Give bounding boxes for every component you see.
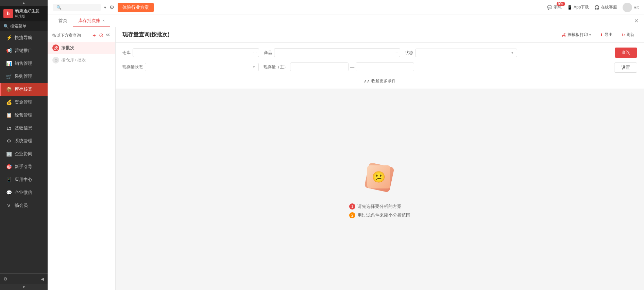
scroll-down-btn[interactable]: ▼ bbox=[0, 284, 48, 290]
topbar-search-box[interactable]: 🔍 bbox=[53, 4, 101, 11]
plan-item-1[interactable]: 按按批次 bbox=[48, 42, 115, 54]
sidebar-item-operation[interactable]: 📋经营管理 bbox=[0, 109, 48, 122]
settings-icon[interactable]: ⚙ bbox=[3, 276, 7, 282]
nav-icon-sales: 📊 bbox=[6, 60, 12, 67]
topbar-dropdown-icon[interactable]: ▾ bbox=[104, 5, 106, 10]
export-btn[interactable]: ⬆ 导出 bbox=[597, 31, 615, 39]
product-dots-btn[interactable]: ··· bbox=[394, 50, 399, 55]
page-header: 现存量查询(按批次) 🖨 按模板打印 ▾ ⬆ 导出 ↻ 刷新 bbox=[116, 27, 644, 43]
tab-close-icon[interactable]: × bbox=[102, 18, 105, 23]
topbar-gear-icon[interactable]: ⚙ bbox=[109, 4, 114, 11]
user-avatar bbox=[623, 3, 632, 12]
sidebar-item-shortcut[interactable]: ⚡快捷导航 bbox=[0, 31, 48, 44]
inventory-status-dropdown[interactable]: ▾ bbox=[145, 63, 259, 71]
query-btn[interactable]: 查询 bbox=[615, 48, 637, 58]
product-label: 商品 bbox=[264, 50, 272, 56]
sidebar-item-finance[interactable]: 💰资金管理 bbox=[0, 96, 48, 109]
sidebar-item-purchase[interactable]: 🛒采购管理 bbox=[0, 70, 48, 83]
nav-icon-newuser: 🎯 bbox=[6, 164, 12, 170]
nav-label-shortcut: 快捷导航 bbox=[15, 35, 32, 41]
topbar-search-input[interactable] bbox=[64, 5, 115, 10]
app-logo: b bbox=[3, 9, 13, 18]
online-service-action[interactable]: 🎧 在线客服 bbox=[594, 4, 617, 10]
tab-inventory-batch[interactable]: 库存批次账 × bbox=[73, 15, 110, 27]
panel-add-icon[interactable]: ＋ bbox=[91, 32, 97, 39]
tab-home[interactable]: 首页 bbox=[53, 15, 73, 27]
nav-label-wechat: 企业微信 bbox=[15, 189, 32, 196]
status-label: 状态 bbox=[405, 50, 413, 56]
panel-collapse-icon[interactable]: ≪ bbox=[105, 32, 111, 39]
nav-label-finance: 资金管理 bbox=[15, 99, 32, 105]
sidebar-nav: ⚡快捷导航📢营销推广📊销售管理🛒采购管理📦库存核算💰资金管理📋经营管理🗂基础信息… bbox=[0, 31, 48, 273]
topbar-actions: 💬 消息 99+ 📱 App下载 🎧 在线客服 Rit bbox=[547, 3, 639, 12]
inventory-qty-label: 现存量（主） bbox=[264, 64, 288, 70]
nav-icon-appcenter: 📱 bbox=[6, 177, 12, 183]
print-dropdown-icon[interactable]: ▾ bbox=[589, 33, 591, 37]
inventory-status-arrow: ▾ bbox=[253, 65, 255, 69]
sidebar-item-system[interactable]: ⚙系统管理 bbox=[0, 134, 48, 147]
sidebar-item-appcenter[interactable]: 📱应用中心 bbox=[0, 173, 48, 186]
sidebar-search[interactable]: 🔍 搜索菜单 bbox=[0, 21, 48, 31]
warehouse-dots-btn[interactable]: ··· bbox=[253, 50, 257, 55]
empty-text-block: 1 请先选择要分析的方案 2 用过滤条件来缩小分析范围 bbox=[349, 202, 410, 220]
collapse-btn[interactable]: ∧∧ 收起更多条件 bbox=[122, 76, 637, 84]
sidebar-item-inventory[interactable]: 📦库存核算 bbox=[0, 83, 48, 96]
plan-item-2[interactable]: ⊙按仓库+批次 bbox=[48, 54, 115, 66]
sidebar-item-vip[interactable]: V畅会员 bbox=[0, 199, 48, 212]
export-label: 导出 bbox=[605, 32, 613, 38]
panel-settings-icon[interactable]: ⊙ bbox=[99, 32, 103, 39]
nav-label-newuser: 新手引导 bbox=[15, 164, 32, 170]
sidebar-item-basic[interactable]: 🗂基础信息 bbox=[0, 122, 48, 134]
phone-icon: 📱 bbox=[567, 5, 572, 10]
inventory-status-label: 现存量状态 bbox=[122, 64, 143, 70]
trial-btn[interactable]: 体验行业方案 bbox=[118, 3, 154, 12]
nav-icon-system: ⚙ bbox=[6, 138, 12, 144]
product-input[interactable] bbox=[274, 48, 401, 57]
empty-box-face: 😕 bbox=[367, 165, 390, 188]
message-icon: 💬 bbox=[547, 5, 552, 10]
app-download-action[interactable]: 📱 App下载 bbox=[567, 4, 589, 10]
refresh-btn[interactable]: ↻ 刷新 bbox=[619, 31, 637, 39]
nav-label-basic: 基础信息 bbox=[15, 125, 32, 131]
nav-icon-vip: V bbox=[6, 202, 12, 209]
print-label: 按模板打印 bbox=[567, 32, 588, 38]
plan-icon-1: 按 bbox=[52, 44, 59, 51]
nav-label-appcenter: 应用中心 bbox=[15, 177, 32, 183]
sidebar-item-newuser[interactable]: 🎯新手引导 bbox=[0, 160, 48, 173]
search-icon: 🔍 bbox=[3, 24, 9, 29]
main-content: 🔍 ▾ ⚙ 体验行业方案 💬 消息 99+ 📱 App下载 🎧 在线客服 Rit bbox=[48, 0, 644, 290]
empty-step-2: 2 用过滤条件来缩小分析范围 bbox=[349, 211, 410, 220]
tab-home-label: 首页 bbox=[58, 18, 67, 24]
nav-icon-shortcut: ⚡ bbox=[6, 35, 12, 41]
scroll-up-btn[interactable]: ▲ bbox=[0, 0, 48, 6]
status-filter: 状态 ▾ bbox=[405, 49, 610, 57]
sidebar-item-wechat[interactable]: 💬企业微信 bbox=[0, 186, 48, 199]
messages-action[interactable]: 💬 消息 99+ bbox=[547, 4, 562, 10]
status-dropdown[interactable]: ▾ bbox=[415, 49, 517, 57]
collapse-icon[interactable]: ◀ bbox=[41, 276, 44, 282]
empty-state: 😕 1 请先选择要分析的方案 2 用过滤条件来缩小分析范围 bbox=[116, 89, 644, 290]
print-btn[interactable]: 🖨 按模板打印 ▾ bbox=[559, 31, 594, 39]
sidebar-footer: ⚙ ◀ bbox=[0, 273, 48, 284]
sidebar-item-enterprise[interactable]: 🏢企业协同 bbox=[0, 147, 48, 160]
inventory-status-dropdown-btn[interactable]: ▾ bbox=[145, 63, 259, 71]
tabs-bar: 首页 库存批次账 × ✕ bbox=[48, 15, 644, 27]
filter-row-2: 现存量状态 ▾ 现存量（主） — bbox=[122, 61, 637, 73]
sidebar-item-sales[interactable]: 📊销售管理 bbox=[0, 57, 48, 70]
collapse-up-icon: ∧∧ bbox=[364, 79, 370, 84]
step-1-text: 请先选择要分析的方案 bbox=[357, 202, 402, 211]
sidebar-item-marketing[interactable]: 📢营销推广 bbox=[0, 44, 48, 57]
export-icon: ⬆ bbox=[600, 33, 603, 37]
inventory-status-filter: 现存量状态 ▾ bbox=[122, 63, 259, 71]
nav-icon-basic: 🗂 bbox=[6, 125, 12, 131]
panel-header-actions: ＋ ⊙ ≪ bbox=[91, 32, 111, 39]
user-avatar-area[interactable]: Rit bbox=[623, 3, 639, 12]
settings-btn[interactable]: 设置 bbox=[614, 62, 637, 73]
inventory-qty-max[interactable] bbox=[356, 62, 414, 71]
warehouse-input[interactable] bbox=[133, 48, 259, 57]
plan-icon-2: ⊙ bbox=[52, 57, 59, 64]
inventory-qty-range: — bbox=[290, 62, 414, 71]
inventory-qty-min[interactable] bbox=[290, 62, 349, 71]
online-service-label: 在线客服 bbox=[601, 4, 617, 10]
panel-close-btn[interactable]: ✕ bbox=[634, 18, 639, 24]
